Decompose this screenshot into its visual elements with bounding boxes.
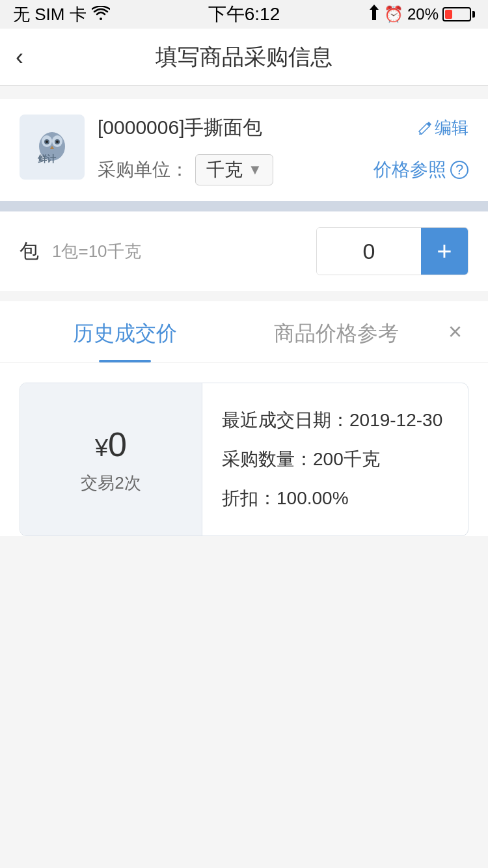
help-icon: ? [450,161,468,179]
alarm-icon: ⏰ [384,5,403,23]
tabs-header: 历史成交价 商品价格参考 × [0,301,488,363]
price-display: ¥0 [95,425,127,464]
product-section: 鲜计 [0000006]手撕面包 编辑 采购单位： 千克 ▼ [0,99,488,201]
tabs-close-button[interactable]: × [442,312,468,352]
status-time: 下午6:12 [208,2,280,27]
package-unit-label: 包 [20,238,39,265]
trade-count: 交易2次 [81,472,141,495]
qty-value: 200千克 [313,449,380,469]
tabs-section: 历史成交价 商品价格参考 × ¥0 交易2次 最近成交日期：2019-12-30… [0,301,488,536]
quantity-row: 包 1包=10千克 0 + [0,211,488,291]
currency-symbol: ¥ [95,435,108,461]
back-button[interactable]: ‹ [16,44,23,71]
product-header: [0000006]手撕面包 编辑 [98,115,468,141]
date-label: 最近成交日期： [222,410,349,430]
trade-date-line: 最近成交日期：2019-12-30 [222,407,448,434]
unit-value: 千克 [206,157,243,182]
page-title: 填写商品采购信息 [156,42,332,72]
product-logo-icon: 鲜计 [33,124,72,170]
section-divider [0,201,488,211]
date-value: 2019-12-30 [349,410,442,430]
status-right: ⏰ 20% [368,5,475,24]
product-name: [0000006]手撕面包 [98,115,262,141]
history-card: ¥0 交易2次 最近成交日期：2019-12-30 采购数量：200千克 折扣：… [20,383,468,536]
product-unit-row: 采购单位： 千克 ▼ 价格参照 ? [98,154,468,185]
card-left-panel: ¥0 交易2次 [20,383,202,536]
svg-point-6 [56,141,59,143]
unit-conversion-hint: 1包=10千克 [52,240,303,263]
price-reference-button[interactable]: 价格参照 ? [373,157,468,182]
location-icon [368,5,380,24]
dropdown-icon: ▼ [248,161,262,178]
qty-label: 采购数量： [222,449,313,469]
nav-bar: ‹ 填写商品采购信息 [0,29,488,86]
discount-label: 折扣： [222,488,277,508]
price-ref-label: 价格参照 [373,157,446,182]
discount-value: 100.00% [277,488,349,508]
status-left: 无 SIM 卡 [13,3,110,26]
tab-history-price[interactable]: 历史成交价 [20,301,230,362]
price-value: 0 [108,426,127,463]
quantity-input-group: 0 + [316,227,468,275]
unit-label: 采购单位： [98,157,189,182]
battery-icon [442,7,475,21]
product-thumbnail: 鲜计 [20,115,85,180]
quantity-input[interactable]: 0 [317,228,421,275]
unit-select[interactable]: 千克 ▼ [195,154,273,185]
discount-line: 折扣：100.00% [222,485,448,512]
edit-label: 编辑 [435,116,468,139]
edit-button[interactable]: 编辑 [418,116,468,139]
svg-text:鲜计: 鲜计 [37,154,57,163]
svg-point-5 [46,141,48,143]
product-info: [0000006]手撕面包 编辑 采购单位： 千克 ▼ 价格参照 [98,115,468,185]
signal-label: 无 SIM 卡 [13,3,87,26]
battery-pct: 20% [407,5,439,23]
status-bar: 无 SIM 卡 下午6:12 ⏰ 20% [0,0,488,29]
card-right-panel: 最近成交日期：2019-12-30 采购数量：200千克 折扣：100.00% [202,383,468,536]
quantity-plus-button[interactable]: + [421,228,468,275]
wifi-icon [92,5,110,25]
purchase-qty-line: 采购数量：200千克 [222,446,448,473]
tab-price-reference[interactable]: 商品价格参考 [230,301,441,362]
